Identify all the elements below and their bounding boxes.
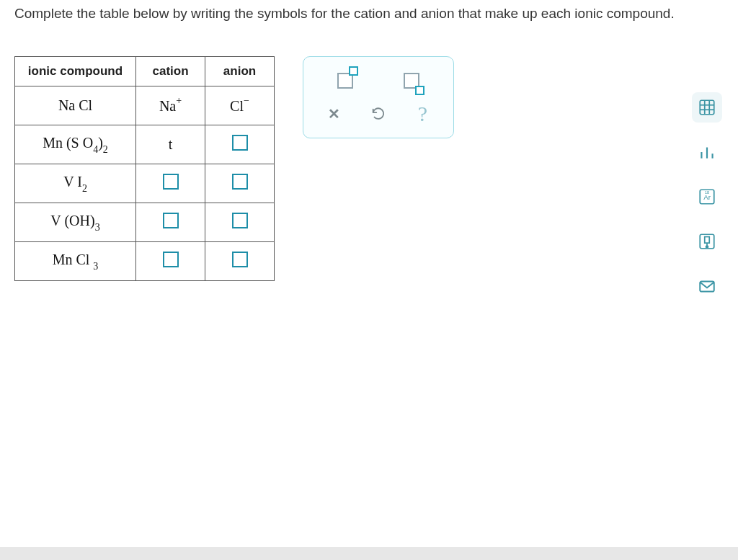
compound-cell: Na Cl [15, 86, 136, 125]
anion-cell[interactable] [205, 125, 275, 164]
periodic-table-tool-icon[interactable]: Ar 18 [692, 182, 722, 212]
structure-tool-icon[interactable] [692, 226, 722, 257]
anion-cell[interactable] [205, 203, 275, 242]
anion-cell[interactable]: Cl− [205, 86, 275, 125]
empty-input-icon[interactable] [232, 135, 248, 151]
bar-chart-tool-icon[interactable] [692, 137, 722, 167]
side-tool-column: Ar 18 [689, 92, 725, 301]
cation-cell[interactable] [136, 203, 205, 242]
empty-input-icon[interactable] [232, 213, 248, 228]
table-body: Na ClNa+Cl−Mn (S O4)2tV I2V (OH)3Mn Cl 3 [15, 86, 275, 281]
clear-button[interactable] [320, 102, 349, 126]
svg-rect-12 [705, 237, 710, 244]
header-cation: cation [136, 57, 205, 86]
svg-rect-0 [700, 100, 714, 115]
cation-cell[interactable] [136, 164, 205, 203]
header-compound: ionic compound [15, 57, 136, 86]
empty-input-icon[interactable] [163, 213, 179, 228]
superscript-template-button[interactable] [328, 66, 363, 95]
compound-cell: Mn (S O4)2 [15, 125, 136, 164]
math-toolbox: ? [303, 56, 454, 138]
reset-button[interactable] [364, 102, 393, 126]
svg-point-14 [706, 246, 708, 248]
cation-cell[interactable]: t [136, 125, 205, 164]
compound-cell: V I2 [15, 164, 136, 203]
anion-cell[interactable] [205, 242, 275, 281]
compound-cell: V (OH)3 [15, 203, 136, 242]
table-row: Mn (S O4)2t [15, 125, 275, 164]
ionic-compound-table: ionic compound cation anion Na ClNa+Cl−M… [14, 56, 275, 281]
compound-cell: Mn Cl 3 [15, 242, 136, 281]
empty-input-icon[interactable] [163, 252, 179, 267]
empty-input-icon[interactable] [232, 174, 248, 190]
table-row: Na ClNa+Cl− [15, 86, 275, 125]
table-row: Mn Cl 3 [15, 242, 275, 281]
instruction-text: Complete the table below by writing the … [14, 6, 731, 22]
grid-tool-icon[interactable] [692, 92, 722, 123]
empty-input-icon[interactable] [163, 174, 179, 190]
footer-bar [0, 547, 738, 560]
header-anion: anion [205, 57, 275, 86]
help-button[interactable]: ? [408, 102, 437, 126]
anion-cell[interactable] [205, 164, 275, 203]
table-row: V (OH)3 [15, 203, 275, 242]
svg-rect-15 [700, 282, 714, 292]
cation-cell[interactable]: Na+ [136, 86, 205, 125]
cation-cell[interactable] [136, 242, 205, 281]
empty-input-icon[interactable] [232, 252, 248, 267]
table-row: V I2 [15, 164, 275, 203]
svg-text:18: 18 [705, 190, 709, 195]
mail-tool-icon[interactable] [692, 271, 722, 301]
subscript-template-button[interactable] [394, 66, 429, 95]
svg-text:Ar: Ar [703, 193, 711, 201]
